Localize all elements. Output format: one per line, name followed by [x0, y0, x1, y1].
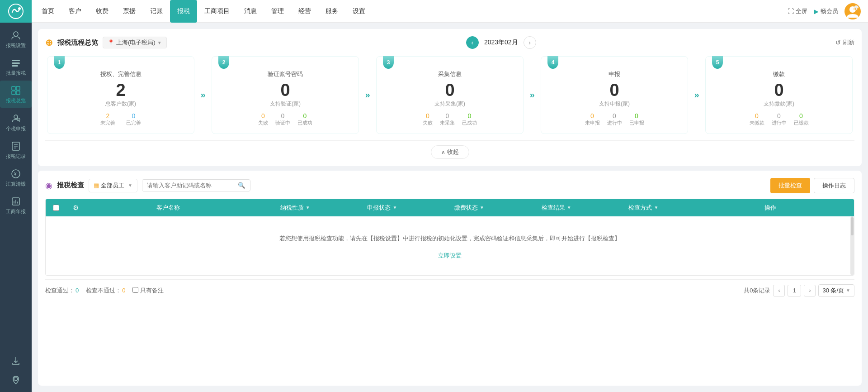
step-4-stat-0-val: 0 [585, 112, 600, 120]
sidebar-item-tax-settings[interactable]: 报税设置 [0, 25, 32, 52]
fail-count-link[interactable]: 0 [122, 287, 125, 294]
collapse-button[interactable]: ∧ 收起 [431, 145, 469, 159]
sidebar-item-tax-overview[interactable]: 报税总览 [0, 81, 32, 107]
nav-item-operations[interactable]: 经营 [291, 0, 318, 23]
gear-icon[interactable]: ⚙ [73, 204, 79, 212]
step-1-card[interactable]: 1 授权、完善信息 2 总客户数(家) 2 未完善 0 已完善 [47, 56, 194, 134]
setup-link[interactable]: 立即设置 [438, 252, 462, 259]
nav-item-customers[interactable]: 客户 [61, 0, 89, 23]
note-checkbox[interactable] [132, 287, 138, 294]
th-fee-status[interactable]: 缴费状态 ▼ [426, 199, 513, 216]
play-icon: ▶ [814, 8, 819, 15]
th-tax-nature[interactable]: 纳税性质 ▼ [251, 199, 339, 216]
tax-records-icon [10, 141, 21, 152]
refresh-button[interactable]: ↺ 刷新 [835, 38, 854, 47]
step-4-sublabel: 支持申报(家) [547, 100, 682, 108]
nav-item-home[interactable]: 首页 [34, 0, 61, 23]
step-2-card[interactable]: 2 验证账号密码 0 支持验证(家) 0 失败 0 验证中 [212, 56, 359, 134]
nav-item-tax[interactable]: 报税 [170, 0, 197, 23]
sidebar-item-batch-tax[interactable]: 批量报税 [0, 53, 32, 80]
page-number: 1 [788, 285, 801, 296]
nav-item-settings[interactable]: 设置 [345, 0, 373, 23]
svg-point-6 [14, 32, 18, 36]
per-page-select[interactable]: 30 条/页 ▼ [818, 284, 854, 297]
note-flag: 只有备注 [132, 287, 164, 295]
scrollbar-track[interactable] [850, 216, 854, 275]
nav-item-invoices[interactable]: 票据 [116, 0, 143, 23]
header-actions: 批量检查 操作日志 [770, 178, 854, 193]
filter-result-icon: ▼ [567, 205, 571, 210]
avatar[interactable]: iTA [844, 3, 861, 19]
next-page-button[interactable]: › [804, 285, 816, 296]
sidebar-item-annual-report[interactable]: 工商年报 [0, 191, 32, 218]
select-all-checkbox[interactable] [53, 205, 59, 211]
operation-log-button[interactable]: 操作日志 [814, 178, 854, 193]
step-1-badge: 1 [54, 56, 65, 69]
svg-point-14 [14, 115, 18, 119]
sidebar-location-icon[interactable] [0, 370, 32, 388]
top-nav: 首页 客户 收费 票据 记账 报税 工商项目 消息 管理 经营 服务 设置 ⛶ … [0, 0, 868, 23]
step-2-badge: 2 [218, 56, 229, 69]
step-5-sublabel: 支持缴款(家) [711, 100, 847, 108]
next-month-button[interactable]: › [524, 36, 536, 49]
step-5-count: 0 [711, 81, 847, 100]
arrow-2: » [361, 56, 374, 134]
step-4-stat-0-label: 未申报 [585, 120, 600, 126]
filter-tax-nature-icon: ▼ [306, 205, 310, 210]
step-1-stat-1-val: 0 [126, 112, 141, 120]
filter-select[interactable]: ▦ 全部员工 ▼ [89, 179, 137, 192]
svg-point-1 [18, 7, 21, 10]
nav-item-bizproject[interactable]: 工商项目 [197, 0, 237, 23]
svg-rect-7 [12, 60, 20, 61]
fullscreen-button[interactable]: ⛶ 全屏 [788, 7, 807, 15]
location-tag[interactable]: 📍 上海(电子税局) ▼ [103, 37, 167, 48]
th-check-method[interactable]: 检查方式 ▼ [600, 199, 687, 216]
search-input[interactable] [142, 180, 233, 191]
step-2-stat-0-label: 失败 [258, 120, 268, 126]
step-5-stat-2-label: 已缴款 [794, 120, 809, 126]
vip-button[interactable]: ▶ 畅会员 [814, 7, 838, 15]
step-5-title: 缴款 [711, 70, 847, 78]
overview-plus-icon: ⊕ [45, 37, 53, 48]
step-3-stat-0-val: 0 [423, 112, 433, 120]
step-3-count: 0 [382, 81, 518, 100]
prev-month-button[interactable]: ‹ [466, 36, 479, 49]
month-text: 2023年02月 [484, 38, 518, 47]
pass-count-link[interactable]: 0 [75, 287, 79, 294]
step-5-stat-1-val: 0 [772, 112, 787, 120]
step-5-stat-1-label: 进行中 [772, 120, 787, 126]
step-2-stat-2-val: 0 [297, 112, 312, 120]
nav-item-messages[interactable]: 消息 [237, 0, 264, 23]
sidebar-item-tax-records[interactable]: 报税记录 [0, 136, 32, 163]
step-4-card[interactable]: 4 申报 0 支持申报(家) 0 未申报 0 进行中 [541, 56, 688, 134]
step-1-sublabel: 总客户数(家) [53, 100, 189, 108]
step-4-stat-2-label: 已申报 [629, 120, 644, 126]
step-2-stat-0-val: 0 [258, 112, 268, 120]
footer-stats: 检查通过： 0 检查不通过： 0 只有备注 [45, 287, 164, 295]
th-check-result[interactable]: 检查结果 ▼ [513, 199, 600, 216]
fullscreen-icon: ⛶ [788, 8, 794, 15]
sidebar-download-icon[interactable] [0, 351, 32, 369]
sidebar-item-personal-tax[interactable]: ¥ 个税申报 [0, 109, 32, 135]
step-3-card[interactable]: 3 采集信息 0 支持采集(家) 0 失败 0 未采集 [376, 56, 524, 134]
fail-stat: 检查不通过： 0 [86, 287, 125, 295]
step-3-stat-1-label: 未采集 [440, 120, 455, 126]
settlement-icon: ¥ [10, 168, 21, 179]
search-button[interactable]: 🔍 [233, 180, 250, 191]
filter-method-icon: ▼ [654, 205, 658, 210]
step-3-stat-1-val: 0 [440, 112, 455, 120]
nav-item-services[interactable]: 服务 [318, 0, 345, 23]
avatar-icon: iTA [844, 3, 861, 19]
nav-item-fees[interactable]: 收费 [89, 0, 116, 23]
prev-page-button[interactable]: ‹ [773, 285, 785, 296]
sidebar-item-settlement[interactable]: ¥ 汇算清缴 [0, 164, 32, 191]
batch-check-button[interactable]: 批量检查 [770, 178, 810, 193]
nav-item-management[interactable]: 管理 [264, 0, 291, 23]
logo[interactable] [0, 0, 32, 23]
nav-item-accounting[interactable]: 记账 [143, 0, 170, 23]
step-4-stat-1-label: 进行中 [607, 120, 622, 126]
scrollbar-thumb[interactable] [851, 217, 854, 235]
step-2-stat-1-val: 0 [275, 112, 290, 120]
th-declare-status[interactable]: 申报状态 ▼ [339, 199, 426, 216]
step-5-card[interactable]: 5 缴款 0 支持缴款(家) 0 未缴款 0 进行中 [705, 56, 853, 134]
